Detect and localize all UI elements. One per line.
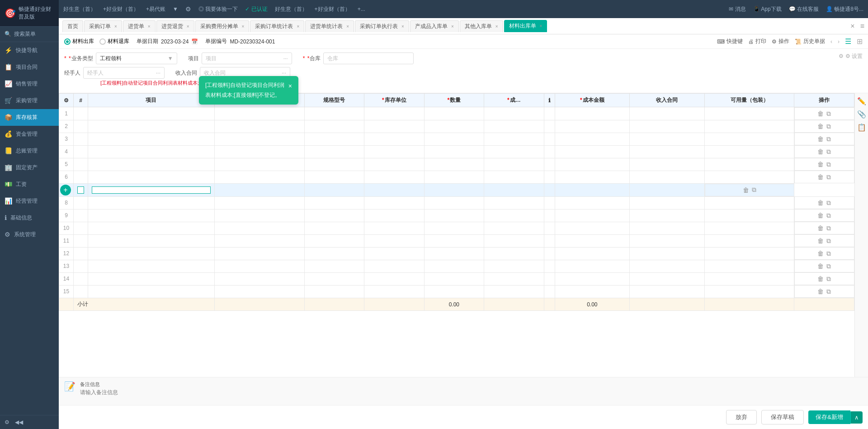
copy-row-10[interactable]: ⧉ — [826, 224, 831, 232]
tab-material-out-close[interactable]: × — [540, 24, 542, 29]
notes-textarea[interactable] — [80, 389, 151, 401]
add-row-btn[interactable]: + — [60, 185, 71, 195]
tab-purchase-expense-close[interactable]: × — [242, 24, 245, 29]
sidebar-item-project[interactable]: 📋 项目合同 — [0, 59, 59, 76]
copy-row-9[interactable]: ⧉ — [826, 212, 831, 219]
topbar-menu-icon[interactable]: ≡ — [860, 22, 864, 30]
right-sidebar-green-icon[interactable]: 📋 — [857, 123, 866, 132]
delete-row-4[interactable]: 🗑 — [817, 148, 824, 155]
grid-view-btn[interactable]: ⊞ — [857, 37, 863, 46]
operation-btn[interactable]: ⚙ 操作 — [772, 38, 789, 45]
delete-row-15[interactable]: 🗑 — [817, 288, 824, 295]
delete-row-13[interactable]: 🗑 — [817, 262, 824, 270]
radio-material-return[interactable]: 材料退库 — [99, 38, 129, 45]
tab-material-out[interactable]: 材料出库单 × — [504, 20, 547, 32]
tab-purchase-order[interactable]: 采购订单 × — [84, 20, 122, 32]
save-new-main-btn[interactable]: 保存&新增 — [808, 410, 850, 424]
delete-row-12[interactable]: 🗑 — [817, 250, 824, 257]
tab-goods-receipt[interactable]: 进货单 × — [123, 20, 156, 32]
nav-experience[interactable]: ◎ 我要体验一下 — [198, 5, 238, 13]
delete-row-2[interactable]: 🗑 — [817, 123, 824, 130]
business-type-select[interactable]: 工程领料 ▼ — [96, 52, 177, 64]
th-settings[interactable]: ⚙ — [59, 94, 74, 107]
sidebar-settings-btn[interactable]: ⚙ — [5, 419, 9, 425]
settings-btn-right[interactable]: ⚙ ⚙ 设置 — [839, 52, 863, 60]
calendar-icon[interactable]: 📅 — [191, 38, 198, 45]
tab-purchase-stat-close[interactable]: × — [297, 24, 299, 29]
delete-row-6[interactable]: 🗑 — [817, 173, 824, 181]
handler-select[interactable]: 经手人 ··· — [83, 67, 165, 79]
sidebar-collapse-btn[interactable]: ◀◀ — [15, 419, 23, 425]
copy-row-8[interactable]: ⧉ — [826, 199, 831, 207]
sidebar-item-purchase[interactable]: 🛒 采购管理 — [0, 92, 59, 109]
delete-row-5[interactable]: 🗑 — [817, 161, 824, 168]
online-service-btn[interactable]: 💬 在线客服 — [789, 5, 819, 13]
nav-shop3[interactable]: +易代账 — [146, 5, 165, 13]
nav-shop2-right[interactable]: +好业财（首） — [315, 5, 350, 13]
sidebar-item-basicinfo[interactable]: ℹ 基础信息 — [0, 210, 59, 226]
sidebar-item-assets[interactable]: 🏢 固定资产 — [0, 159, 59, 176]
delete-row-14[interactable]: 🗑 — [817, 275, 824, 282]
copy-row-5[interactable]: ⧉ — [826, 161, 831, 168]
tooltip-close-btn[interactable]: × — [288, 81, 292, 92]
tab-goods-return[interactable]: 进货退货 × — [156, 20, 194, 32]
tab-other-receipt-close[interactable]: × — [495, 24, 498, 29]
tab-goods-stat[interactable]: 进货单统计表 × — [305, 20, 354, 32]
copy-row-12[interactable]: ⧉ — [826, 250, 831, 257]
tab-purchase-expense[interactable]: 采购费用分摊单 × — [195, 20, 250, 32]
copy-row-2[interactable]: ⧉ — [826, 123, 831, 130]
sidebar-item-sales[interactable]: 📈 销售管理 — [0, 76, 59, 92]
delete-row-10[interactable]: 🗑 — [817, 224, 824, 232]
sidebar-item-management[interactable]: 📊 经营管理 — [0, 193, 59, 210]
copy-row-3[interactable]: ⧉ — [826, 135, 831, 143]
nav-prev-btn[interactable]: ‹ — [830, 38, 832, 45]
copy-row-7[interactable]: ⧉ — [752, 186, 756, 194]
delete-row-1[interactable]: 🗑 — [817, 110, 824, 117]
delete-row-11[interactable]: 🗑 — [817, 237, 824, 244]
nav-shop1[interactable]: 好生意（首） — [63, 5, 96, 13]
tab-purchase-exec-close[interactable]: × — [401, 24, 404, 29]
delete-row-9[interactable]: 🗑 — [817, 212, 824, 219]
tab-goods-stat-close[interactable]: × — [346, 24, 349, 29]
delete-row-3[interactable]: 🗑 — [817, 135, 824, 143]
row7-col1-input[interactable] — [77, 186, 84, 194]
tab-goods-receipt-close[interactable]: × — [148, 24, 151, 29]
delete-row-8[interactable]: 🗑 — [817, 199, 824, 206]
copy-row-14[interactable]: ⧉ — [826, 275, 831, 283]
shortcut-btn[interactable]: ⌨ 快捷键 — [717, 38, 743, 45]
tab-goods-return-close[interactable]: × — [187, 24, 189, 29]
tab-home[interactable]: 首页 — [62, 20, 83, 32]
sidebar-item-ledger[interactable]: 📒 总账管理 — [0, 143, 59, 159]
radio-material-out[interactable]: 材料出库 — [64, 38, 94, 45]
tab-other-receipt[interactable]: 其他入库单 × — [460, 20, 503, 32]
nav-dropdown[interactable]: ▼ — [173, 6, 178, 12]
copy-row-15[interactable]: ⧉ — [826, 288, 831, 296]
sidebar-item-inventory[interactable]: 📦 库存核算 — [0, 109, 59, 126]
nav-shop1-right[interactable]: 好生意（首） — [275, 5, 307, 13]
search-menu-btn[interactable]: 🔍 搜索菜单 — [0, 27, 59, 42]
tab-purchase-order-close[interactable]: × — [114, 24, 117, 29]
date-value[interactable]: 2023-03-24 — [161, 38, 189, 45]
app-download-btn[interactable]: 📱 App下载 — [753, 5, 782, 13]
table-container[interactable]: ⚙ # 项目 *材… 规格型号 *库存单位 *数量 — [59, 93, 854, 377]
print-btn[interactable]: 🖨 打印 — [748, 38, 766, 45]
list-view-btn[interactable]: ☰ — [845, 37, 851, 46]
sidebar-item-quicknav[interactable]: ⚡ 快捷导航 — [0, 42, 59, 59]
copy-row-1[interactable]: ⧉ — [826, 110, 831, 118]
tab-purchase-stat[interactable]: 采购订单统计表 × — [250, 20, 304, 32]
right-sidebar-edit-icon[interactable]: ✏️ — [857, 97, 866, 105]
copy-row-11[interactable]: ⧉ — [826, 237, 831, 245]
close-all-tabs-btn[interactable]: × — [850, 22, 854, 30]
discard-btn[interactable]: 放弃 — [726, 410, 757, 424]
nav-settings-icon[interactable]: ⚙ — [185, 5, 191, 13]
message-btn[interactable]: ✉ 消息 — [729, 5, 745, 13]
copy-row-6[interactable]: ⧉ — [826, 173, 831, 181]
tab-finished-goods-close[interactable]: × — [451, 24, 454, 29]
right-sidebar-attach-icon[interactable]: 📎 — [857, 110, 866, 119]
copy-row-13[interactable]: ⧉ — [826, 262, 831, 270]
save-new-arrow-btn[interactable]: ∧ — [850, 411, 863, 424]
delete-row-7[interactable]: 🗑 — [743, 186, 749, 194]
nav-shop3-right[interactable]: +... — [358, 6, 365, 12]
history-btn[interactable]: 📜 历史单据 — [795, 38, 825, 45]
save-draft-btn[interactable]: 保存草稿 — [761, 410, 804, 424]
